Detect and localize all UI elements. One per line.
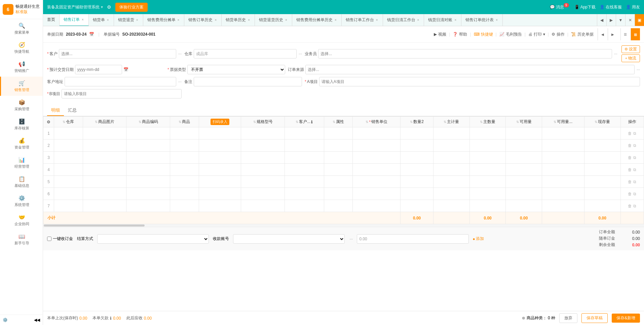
row-available2[interactable] [542, 127, 584, 139]
sidebar-item-operations[interactable]: 📊 经营管理 [0, 153, 43, 172]
sort-icon[interactable]: ⇅ [95, 120, 98, 124]
copy-row-icon[interactable]: ⧉ [633, 167, 636, 172]
delivery-calendar-icon[interactable]: 📅 [123, 67, 128, 72]
close-tab-icon[interactable]: × [81, 17, 84, 22]
close-all-tabs-button[interactable]: ✕ [625, 14, 635, 26]
amount-input[interactable] [357, 234, 468, 244]
copy-row-icon[interactable]: ⧉ [633, 131, 636, 136]
sidebar-item-sales[interactable]: 🛒 销售管理 [0, 77, 43, 96]
copy-row-icon[interactable]: ⧉ [633, 155, 636, 160]
row-product[interactable] [170, 127, 199, 139]
prev-tab-button[interactable]: ◀ [597, 14, 606, 26]
copy-row-icon[interactable]: ⧉ [633, 179, 636, 184]
sidebar-item-system[interactable]: ⚙️ 系统管理 [0, 192, 43, 211]
sort-icon[interactable]: ⇅ [444, 120, 446, 124]
tab-return[interactable]: 销货退货 × [114, 14, 143, 26]
tab-sales-slip[interactable]: 销货单 × [89, 14, 114, 26]
order-source-input[interactable] [305, 65, 635, 74]
tab-expense[interactable]: 销售费用分摊单 × [143, 14, 185, 26]
tab-sales-order[interactable]: 销售订单 × [60, 14, 89, 26]
row-warehouse[interactable] [54, 200, 83, 212]
next-record-button[interactable]: ▶ [608, 28, 617, 40]
sidebar-item-purchase[interactable]: 📦 采购管理 [0, 96, 43, 115]
tab-order-workbench[interactable]: 销售订单工作台 × [342, 14, 383, 26]
sort-icon[interactable]: ⇅ [139, 120, 141, 124]
close-tab-icon[interactable]: × [136, 18, 139, 22]
close-tab-icon[interactable]: × [495, 18, 498, 22]
col-settings[interactable]: ⚙ [43, 117, 54, 127]
close-tab-icon[interactable]: × [454, 18, 457, 22]
delete-row-icon[interactable]: 🗑 [628, 204, 632, 208]
row-attr[interactable] [324, 127, 353, 139]
address-input[interactable] [65, 77, 176, 86]
online-service-item[interactable]: 👤 在线客服 [600, 4, 622, 10]
one-click-checkbox[interactable] [47, 237, 51, 241]
scan-button[interactable]: 扫码录入 [211, 119, 229, 125]
address-more-icon[interactable]: ··· [178, 79, 182, 84]
prev-record-button[interactable]: ◀ [598, 28, 607, 40]
sidebar-item-finance[interactable]: 💰 资金管理 [0, 134, 43, 153]
staff-input[interactable] [318, 49, 612, 58]
close-tab-icon[interactable]: × [285, 18, 288, 22]
row-main-qty[interactable] [469, 127, 506, 139]
row-unit[interactable] [353, 127, 401, 139]
tab-slip-history[interactable]: 销货单历史 × [222, 14, 255, 26]
history-toolbar-item[interactable]: 📜 历史单据 [571, 32, 594, 37]
close-tab-icon[interactable]: × [375, 18, 379, 22]
row-current[interactable] [584, 127, 620, 139]
delete-row-icon[interactable]: 🗑 [628, 131, 632, 136]
order-source-more-icon[interactable]: ··· [637, 67, 640, 72]
warehouse-more-icon[interactable]: ··· [299, 51, 302, 56]
warehouse-input[interactable] [194, 49, 297, 58]
row-main-unit[interactable] [433, 127, 470, 139]
collapse-icon[interactable]: ◀◀ [34, 318, 40, 322]
sidebar-item-guide[interactable]: 🧭 快捷导航 [0, 38, 43, 57]
staff-more-icon[interactable]: ··· [614, 51, 617, 56]
sort-icon[interactable]: ⇅ [595, 120, 597, 124]
sidebar-item-newbie[interactable]: 📖 新手引导 [0, 230, 43, 249]
save-draft-button[interactable]: 保存草稿 [581, 313, 608, 323]
close-tab-icon[interactable]: × [214, 18, 217, 22]
sort-icon[interactable]: ⇅ [366, 120, 368, 124]
delete-row-icon[interactable]: 🗑 [628, 167, 632, 172]
sort-icon[interactable]: ⇅ [554, 120, 556, 124]
row-warehouse[interactable] [54, 176, 83, 188]
close-tab-icon[interactable]: × [177, 18, 180, 22]
sidebar-item-search[interactable]: 🔍 搜索菜单 [0, 19, 43, 38]
sort-icon[interactable]: ⇅ [410, 120, 413, 124]
sort-icon[interactable]: ⇅ [63, 120, 65, 124]
sort-icon[interactable]: ⇅ [333, 120, 335, 124]
next-tab-button[interactable]: ▶ [606, 14, 616, 26]
sidebar-item-enterprise[interactable]: 🤝 企业协同 [0, 211, 43, 230]
tab-home[interactable]: 首页 [43, 14, 60, 26]
remark-input[interactable] [194, 77, 302, 86]
sort-icon[interactable]: ⇅ [296, 120, 298, 124]
customer-more-icon[interactable]: ··· [178, 51, 182, 56]
profit-toolbar-item[interactable]: 📈 毛利预告 [499, 32, 522, 37]
account-more-icon[interactable]: ··· [349, 237, 353, 241]
copy-row-icon[interactable]: ⧉ [633, 192, 636, 196]
account-select[interactable] [233, 234, 345, 244]
copy-row-icon[interactable]: ⧉ [633, 143, 636, 148]
tab-daily-workbench[interactable]: 钱货日清工作台 × [383, 14, 424, 26]
a-project-input[interactable] [319, 77, 640, 86]
tab-order-history[interactable]: 销售订单历史 × [184, 14, 222, 26]
customer-input[interactable] [59, 49, 176, 58]
row-code[interactable] [126, 127, 170, 139]
expand-button[interactable]: ▣ [635, 14, 644, 26]
sidebar-item-marketing[interactable]: 📢 营销推广 [0, 57, 43, 77]
row-warehouse[interactable] [54, 139, 83, 152]
invoice-type-select[interactable]: 不开票 增值税普通发票 增值税专用发票 [187, 65, 285, 74]
row-warehouse[interactable] [54, 188, 83, 200]
row-warehouse[interactable] [54, 127, 83, 139]
more-tabs-button[interactable]: ▼ [616, 14, 625, 26]
row-qty2[interactable] [401, 127, 433, 139]
close-tab-icon[interactable]: × [106, 18, 110, 22]
sort-icon[interactable]: ⇅ [253, 120, 256, 124]
app-download-item[interactable]: 📱 App下载 [574, 4, 596, 10]
row-image[interactable] [83, 127, 126, 139]
copy-row-icon[interactable]: ⧉ [633, 204, 636, 208]
save-new-button[interactable]: 保存&新增 [612, 314, 640, 323]
delivery-date-input[interactable] [75, 65, 122, 74]
tab-order-stats[interactable]: 销售订单统计表 × [461, 14, 503, 26]
